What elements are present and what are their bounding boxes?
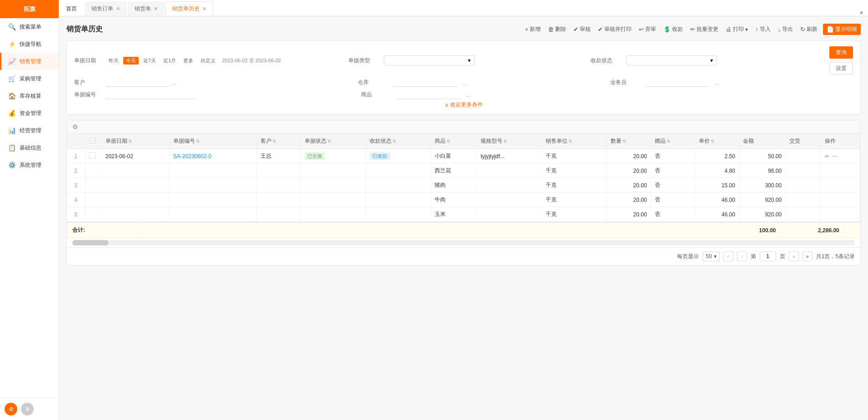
warehouse-dots[interactable]: ... [462, 80, 467, 86]
sidebar-item-search-menu[interactable]: 🔍 搜索菜单 [0, 18, 59, 35]
goods-cell: 西兰花 [431, 164, 477, 178]
date-badge-today[interactable]: 今天 [123, 57, 139, 65]
sort-icon-spec[interactable]: ⇅ [503, 139, 507, 144]
checkbox-cell [85, 193, 101, 207]
summary-total-amount: 2,286.00 [818, 227, 839, 234]
sidebar-item-label: 搜索菜单 [20, 23, 41, 31]
filter-select-collect-status[interactable]: ▾ [626, 55, 717, 65]
customer-cell [257, 207, 301, 222]
tab-sales-history[interactable]: 销货单历史 ✕ [166, 1, 213, 16]
price-cell: 2.50 [695, 149, 739, 164]
first-page-button[interactable]: « [723, 251, 733, 261]
action-cell [821, 164, 860, 178]
qty-cell: 20.00 [607, 207, 651, 222]
sidebar-item-quick-nav[interactable]: ⚡ 快捷导航 [0, 35, 59, 53]
date-badge-yesterday[interactable]: 昨天 [106, 57, 121, 65]
show-detail-button[interactable]: 📄 显示明细 [823, 24, 861, 35]
doc-no-link[interactable]: SA-20230602-0 [173, 153, 211, 160]
doc-type-dropdown-icon: ▾ [468, 57, 471, 64]
docno-input[interactable] [106, 90, 197, 99]
abandon-button[interactable]: ↩ 弃审 [637, 25, 658, 34]
salesperson-input[interactable] [646, 78, 709, 87]
collect-button[interactable]: 💲 收款 [662, 25, 685, 34]
goods-dots[interactable]: ... [466, 92, 470, 98]
query-button[interactable]: 查询 [829, 46, 853, 59]
last-page-button[interactable]: » [803, 251, 813, 261]
unit-cell: 千克 [542, 207, 607, 222]
gift-cell: 否 [651, 178, 695, 193]
more-action-button[interactable]: ⋯ [832, 153, 838, 160]
row-checkbox[interactable] [89, 152, 95, 159]
tab-sales-goods[interactable]: 销货单 ✕ [128, 1, 165, 16]
table-scrollbar-track[interactable] [72, 240, 855, 245]
filter-control-docno [106, 90, 352, 99]
set-button[interactable]: 设置 [829, 62, 853, 75]
sort-icon-doc-date[interactable]: ⇅ [128, 139, 132, 144]
sort-icon-gift[interactable]: ⇅ [667, 139, 670, 144]
sidebar-item-basic-info[interactable]: 📋 基础信息 [0, 139, 59, 156]
next-page-button[interactable]: › [789, 251, 799, 261]
tab-close-sales-order[interactable]: ✕ [116, 6, 120, 12]
export-button[interactable]: ↓ 导出 [776, 25, 795, 34]
sidebar-pause-button[interactable]: ⏸ [21, 403, 34, 415]
col-gift: 赠品 ⇅ [651, 134, 695, 149]
salesperson-dots[interactable]: ... [715, 80, 719, 86]
table-scrollbar-thumb[interactable] [72, 240, 109, 245]
prev-page-button[interactable]: ‹ [737, 251, 747, 261]
sidebar-item-sys-mgmt[interactable]: ⚙️ 系统管理 [0, 156, 59, 174]
delete-button[interactable]: 🗑 删除 [546, 25, 568, 34]
spec-cell [477, 193, 542, 207]
summary-row: 合计: 100.00 2,286.00 [67, 222, 860, 238]
page-input[interactable] [760, 251, 776, 261]
refresh-button[interactable]: ↻ 刷新 [798, 25, 819, 34]
basic-info-icon: 📋 [8, 144, 16, 152]
print-button[interactable]: 🖨 打印 ▾ [724, 25, 750, 34]
tab-close-sales-history[interactable]: ✕ [202, 6, 206, 12]
sort-icon-customer[interactable]: ⇅ [272, 139, 276, 144]
table-container: ⚙ 单据日期 ⇅ [66, 120, 861, 265]
collapse-filter-button[interactable]: ∧ 收起更多条件 [445, 101, 483, 109]
sort-icon-collect-status[interactable]: ⇅ [392, 139, 396, 144]
filter-select-doc-type[interactable]: ▾ [384, 55, 475, 65]
sort-icon-qty[interactable]: ⇅ [622, 139, 626, 144]
table-settings-icon[interactable]: ⚙ [72, 123, 78, 130]
sidebar: 拓旗 🔍 搜索菜单 ⚡ 快捷导航 📈 销售管理 🛒 采购管理 🏠 库存核算 💰 … [0, 0, 59, 420]
date-badge-more[interactable]: 更多 [181, 57, 196, 65]
sidebar-item-label: 基础信息 [20, 144, 41, 152]
date-badge-custom[interactable]: 自定义 [198, 57, 218, 65]
date-badge-1month[interactable]: 近1月 [161, 57, 179, 65]
audit-button[interactable]: ✔ 审核 [572, 25, 592, 34]
tab-home[interactable]: 首页 [59, 1, 84, 16]
sidebar-gear-button[interactable]: ⚙ [5, 403, 17, 415]
new-button[interactable]: + 新增 [523, 25, 542, 34]
tab-close-sales-goods[interactable]: ✕ [154, 6, 158, 12]
sort-icon-price[interactable]: ⇅ [711, 139, 714, 144]
batch-change-button[interactable]: ✏ 批量变更 [688, 25, 720, 34]
spec-cell [477, 164, 542, 178]
amount-cell: 920.00 [739, 207, 785, 222]
warehouse-input[interactable] [393, 78, 457, 87]
audit-print-button[interactable]: ✔ 审核并打印 [596, 25, 633, 34]
date-badge-7days[interactable]: 近7天 [140, 57, 159, 65]
qty-cell: 20.00 [607, 178, 651, 193]
sidebar-item-sales-mgmt[interactable]: 📈 销售管理 [0, 53, 59, 70]
tab-sales-order[interactable]: 销售订单 ✕ [85, 1, 127, 16]
sort-icon-goods[interactable]: ⇅ [447, 139, 450, 144]
sort-icon-doc-no[interactable]: ⇅ [196, 139, 200, 144]
sidebar-item-inventory[interactable]: 🏠 库存核算 [0, 87, 59, 105]
import-button[interactable]: ↑ 导入 [753, 25, 773, 34]
sort-icon-doc-status[interactable]: ⇅ [327, 139, 331, 144]
sidebar-item-ops-mgmt[interactable]: 📊 经营管理 [0, 122, 59, 139]
goods-input[interactable] [396, 90, 460, 99]
sort-icon-unit[interactable]: ⇅ [568, 139, 572, 144]
edit-action-button[interactable]: ✏ [825, 153, 829, 160]
customer-input[interactable] [106, 78, 170, 87]
tabs-close-all-button[interactable]: ✕ [859, 10, 863, 16]
collect-status-cell: 已收款 [366, 149, 431, 164]
sidebar-item-purchase-mgmt[interactable]: 🛒 采购管理 [0, 70, 59, 87]
search-menu-icon: 🔍 [8, 23, 16, 31]
sidebar-item-finance-mgmt[interactable]: 💰 资金管理 [0, 105, 59, 122]
per-page-select[interactable]: 50 ▾ [702, 251, 719, 261]
customer-dots[interactable]: ... [171, 80, 176, 86]
select-all-checkbox[interactable] [89, 137, 95, 144]
